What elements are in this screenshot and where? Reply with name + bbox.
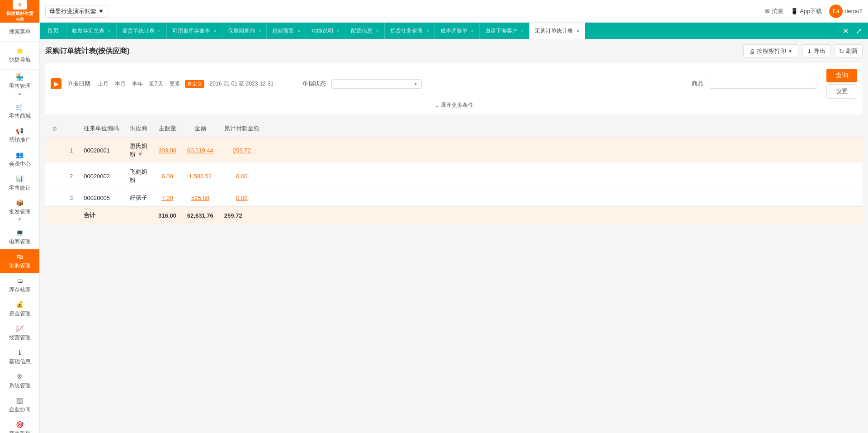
tab-config-info[interactable]: 配置信息 × [345,23,385,39]
tab-receive-send[interactable]: 收发存汇总表 × [66,23,117,39]
tab-home[interactable]: 首页 [40,23,66,39]
sidebar-item-ecommerce[interactable]: 💻 电商管理 [0,225,39,249]
tab-overstock-alert[interactable]: 超储预警 × [267,23,306,39]
status-select[interactable]: ▼ [331,79,422,89]
sidebar-item-retail[interactable]: 🏪 零售管理 ▲ [0,70,39,100]
enterprise-icon: 🏢 [16,397,24,404]
row-settings-cell [45,163,64,189]
column-settings-icon[interactable]: ⚙ [51,124,59,133]
query-button[interactable]: 查询 [826,69,857,82]
tab-close-purchase-stats[interactable]: × [576,29,579,33]
sidebar-item-retail-stats[interactable]: 📊 零售统计 [0,171,39,195]
refresh-button[interactable]: ↻ 刷新 [834,44,863,58]
topbar-right: ✉ 消息 📱 App下载 Ea demo2 [765,5,863,18]
expand-more-button[interactable]: ⌄ 展开更多条件 [51,99,857,109]
table-row[interactable]: 3 00020005 好孩子 7.00 525.80 0.00 [45,189,863,207]
sidebar-item-finance[interactable]: 💰 资金管理 [0,297,39,321]
supplier-code-col-header: 往来单位编码 [78,120,124,138]
refresh-icon: ↻ [839,48,844,55]
qty-cell[interactable]: 7.00 [153,189,182,207]
tab-warranty[interactable]: 保质期查询 × [222,23,267,39]
dropdown-arrow-icon: ▼ [98,8,104,14]
tab-close-cost-adjust[interactable]: × [471,29,474,33]
sidebar: 6 畅捷通好生意 标题 搜索菜单 ⭐ 快捷导航 🏪 零售管理 ▲ 🛒 零售商城 … [0,0,40,433]
purchase-icon: 🛍 [17,253,23,260]
sidebar-item-newbie[interactable]: 🎯 新手引导 [0,417,39,433]
qty-cell[interactable]: 303.00 [153,138,182,163]
search-menu-button[interactable]: 搜索菜单 [3,26,37,38]
topbar-left: 母婴行业演示账套 ▼ [45,5,108,18]
message-button[interactable]: ✉ 消息 [765,7,783,15]
sidebar-item-inventory[interactable]: 🗂 库存核算 [0,273,39,297]
expand-row-icon[interactable]: ▼ [137,151,143,157]
table-row[interactable]: 1 00020001 惠氏奶粉 ▼ 303.00 60,519.44 259.7… [45,138,863,163]
qty-cell[interactable]: 6.00 [153,163,182,189]
supplier-name-cell: 飞鹤奶粉 [124,163,153,189]
logo-icon: 6 [13,0,27,10]
tab-close-invite-downstream[interactable]: × [521,29,524,33]
table-footer-row: 合计 316.00 62,631.76 259.72 [45,207,863,224]
filter-toggle-button[interactable]: ▶ [51,78,61,89]
user-profile-button[interactable]: Ea demo2 [829,5,863,18]
tab-close-overstock-alert[interactable]: × [297,29,300,33]
footer-empty [45,207,78,224]
shortcut-this-month[interactable]: 本月 [113,79,127,89]
sidebar-item-retail-shop[interactable]: 🛒 零售商城 [0,100,39,124]
goods-input[interactable]: ··· [709,79,817,89]
sidebar-item-operations[interactable]: 📈 经营管理 [0,321,39,345]
table-row[interactable]: 2 00020002 飞鹤奶粉 6.00 1,586.52 0.00 [45,163,863,189]
shortcut-more[interactable]: 更多 [168,79,182,89]
tab-close-receive-send[interactable]: × [108,29,111,33]
export-button[interactable]: ⬇ 导出 [802,44,830,58]
table-header-row: ⚙ 往来单位编码 供应商 主数量 金额 累计付款金额 [45,120,863,138]
industry-dropdown[interactable]: 母婴行业演示账套 ▼ [45,5,108,18]
sidebar-item-wholesale[interactable]: 📦 批发管理 ▼ [0,195,39,225]
date-shortcuts: 上月 本月 本年 近7天 更多 自定义 [96,79,204,89]
supplier-name-cell: 惠氏奶粉 ▼ [124,138,153,163]
shortcut-7days[interactable]: 近7天 [147,79,165,89]
tab-goods-stats[interactable]: 要货单统计表 × [117,23,167,39]
print-button[interactable]: 🖨 按模板打印 ▼ [743,44,798,58]
paid-amount-cell[interactable]: 259.72 [219,138,265,163]
supplier-code-cell: 00020005 [78,189,124,207]
date-range-display: 2016-01-01 至 2023-12-31 [210,80,274,88]
amount-cell[interactable]: 525.80 [182,189,219,207]
tab-inventory-ledger[interactable]: 可用量库存账本 × [167,23,222,39]
amount-cell[interactable]: 60,519.44 [182,138,219,163]
sidebar-item-basic[interactable]: ℹ 基础信息 [0,345,39,369]
sidebar-item-members[interactable]: 👥 会员中心 [0,148,39,171]
shortcut-last-month[interactable]: 上月 [96,79,110,89]
date-label: 单据日期 [67,80,90,88]
sidebar-item-marketing[interactable]: 📢 营销推广 [0,124,39,148]
amount-cell[interactable]: 1,586.52 [182,163,219,189]
custom-date-tag[interactable]: 自定义 [185,80,204,88]
shortcut-this-year[interactable]: 本年 [130,79,145,89]
tab-close-pick-task[interactable]: × [426,29,429,33]
settings-button[interactable]: 设置 [826,84,857,99]
extra-col-header [265,120,863,138]
tab-close-warranty[interactable]: × [259,29,261,33]
tab-pick-task[interactable]: 拣货任务管理 × [385,23,435,39]
tab-purchase-stats[interactable]: 采购订单统计表 × [529,23,585,39]
tab-close-all-button[interactable]: ✕ [840,26,851,36]
tab-close-goods-stats[interactable]: × [158,29,161,33]
amount-col-header: 金额 [182,120,219,138]
sidebar-item-purchase[interactable]: 🛍 采购管理 [0,249,39,273]
tab-cost-adjust[interactable]: 成本调整单 × [435,23,480,39]
sidebar-item-enterprise[interactable]: 🏢 企业协同 [0,393,39,417]
sidebar-item-system[interactable]: ⚙ 系统管理 [0,369,39,393]
sidebar-item-shortcut[interactable]: ⭐ 快捷导航 [0,43,39,67]
tab-invite-downstream[interactable]: 邀请下游客户 × [480,23,530,39]
tab-function-desc[interactable]: 功能说明 × [306,23,345,39]
paid-amount-cell[interactable]: 0.00 [219,189,265,207]
tab-maximize-button[interactable]: ⤢ [853,26,864,36]
operations-icon: 📈 [16,325,24,332]
app-download-button[interactable]: 📱 App下载 [791,7,822,15]
paid-amount-cell[interactable]: 0.00 [219,163,265,189]
filter-row-main: ▶ 单据日期 上月 本月 本年 近7天 更多 自定义 2016-01-01 至 … [51,69,857,99]
tab-close-config-info[interactable]: × [376,29,379,33]
tab-close-inventory-ledger[interactable]: × [214,29,217,33]
supplier-name-col-header: 供应商 [124,120,153,138]
goods-more-icon: ··· [809,81,813,86]
tab-close-function-desc[interactable]: × [337,29,340,33]
